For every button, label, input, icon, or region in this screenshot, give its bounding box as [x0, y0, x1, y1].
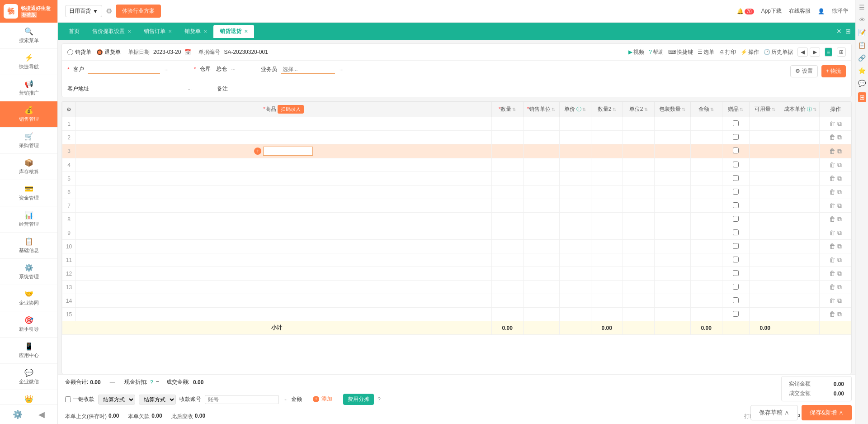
pkg-cell[interactable]: [654, 253, 690, 267]
amount-cell[interactable]: [690, 226, 722, 240]
available-cell[interactable]: [749, 172, 781, 186]
price-cell[interactable]: [559, 308, 591, 321]
gift-cell[interactable]: [722, 144, 749, 158]
qty2-cell[interactable]: [591, 240, 623, 253]
cost-cell[interactable]: [781, 308, 819, 321]
available-cell[interactable]: [749, 267, 781, 281]
goods-cell[interactable]: [76, 213, 492, 226]
cost-cell[interactable]: [781, 131, 819, 144]
operate-btn[interactable]: ⚡ 操作: [741, 48, 759, 56]
salesperson-select-btn[interactable]: ···: [340, 67, 344, 72]
cost-cell[interactable]: [781, 172, 819, 186]
sort-pkg-icon[interactable]: ⇅: [682, 107, 685, 112]
cost-cell[interactable]: [781, 144, 819, 158]
pkg-cell[interactable]: [654, 213, 690, 226]
pkg-cell[interactable]: [654, 131, 690, 144]
available-cell[interactable]: [749, 158, 781, 172]
gift-cell[interactable]: [722, 226, 749, 240]
unit-cell[interactable]: [523, 131, 559, 144]
sidebar-item-system[interactable]: ⚙️系统管理: [0, 259, 57, 285]
cost-cell[interactable]: [781, 199, 819, 213]
sidebar-item-guide[interactable]: 🎯新手引导: [0, 311, 57, 338]
sidebar-item-purchase[interactable]: 🛒采购管理: [0, 128, 57, 154]
copy-icon[interactable]: ⧉: [837, 270, 842, 277]
unit-cell[interactable]: [523, 281, 559, 294]
close-all-icon[interactable]: ✕: [836, 28, 842, 35]
copy-icon[interactable]: ⧉: [837, 215, 842, 223]
tab-sales-return[interactable]: 销货退货✕: [213, 25, 254, 38]
tab-close-price[interactable]: ✕: [127, 29, 131, 34]
salesperson-input[interactable]: [281, 65, 335, 74]
rs-icon-7[interactable]: 💬: [858, 80, 866, 87]
copy-icon[interactable]: ⧉: [837, 310, 842, 318]
sidebar-item-shortcut[interactable]: ⚡快捷导航: [0, 49, 57, 75]
unit2-cell[interactable]: [623, 240, 654, 253]
unit-cell[interactable]: [523, 186, 559, 199]
sidebar-item-marketing[interactable]: 📢营销推广: [0, 75, 57, 101]
gear-icon[interactable]: ⚙: [106, 7, 112, 15]
goods-cell[interactable]: [76, 186, 492, 199]
gift-cell[interactable]: [722, 131, 749, 144]
pkg-cell[interactable]: [654, 144, 690, 158]
amount-cell[interactable]: [690, 267, 722, 281]
unit-cell[interactable]: [523, 240, 559, 253]
copy-icon[interactable]: ⧉: [837, 148, 842, 155]
print-btn[interactable]: 🖨 打印: [719, 48, 736, 56]
copy-icon[interactable]: ⧉: [837, 175, 842, 182]
unit2-cell[interactable]: [623, 172, 654, 186]
goods-cell[interactable]: [76, 308, 492, 321]
notification-icon[interactable]: 🔔70: [737, 8, 754, 14]
copy-icon[interactable]: ⧉: [837, 229, 842, 237]
pkg-cell[interactable]: [654, 186, 690, 199]
online-service-link[interactable]: 在线客服: [789, 7, 811, 15]
delete-icon[interactable]: 🗑: [829, 229, 835, 237]
account-select-btn[interactable]: ···: [283, 397, 288, 402]
gift-cell[interactable]: [722, 267, 749, 281]
settings-bottom-icon[interactable]: ⚙️: [13, 410, 23, 419]
amount-cell[interactable]: [690, 144, 722, 158]
qty-cell[interactable]: [491, 199, 523, 213]
goods-cell[interactable]: [76, 267, 492, 281]
unit2-cell[interactable]: [623, 253, 654, 267]
price-cell[interactable]: [559, 281, 591, 294]
pkg-cell[interactable]: [654, 240, 690, 253]
available-cell[interactable]: [749, 213, 781, 226]
qty-cell[interactable]: [491, 158, 523, 172]
gift-cell[interactable]: [722, 117, 749, 131]
available-cell[interactable]: [749, 294, 781, 308]
sidebar-item-member[interactable]: 👑畅会员: [0, 390, 57, 405]
copy-icon[interactable]: ⧉: [837, 202, 842, 210]
amount-cell[interactable]: [690, 199, 722, 213]
unit-cell[interactable]: [523, 308, 559, 321]
tab-close-sales[interactable]: ✕: [203, 29, 207, 34]
gift-cell[interactable]: [722, 294, 749, 308]
module-select[interactable]: 日用百货 ▼: [65, 5, 102, 17]
rs-icon-4[interactable]: 📋: [858, 42, 866, 49]
copy-icon[interactable]: ⧉: [837, 256, 842, 264]
account-input[interactable]: [205, 395, 279, 404]
copy-icon[interactable]: ⧉: [837, 243, 842, 250]
cost-cell[interactable]: [781, 117, 819, 131]
unit2-cell[interactable]: [623, 131, 654, 144]
delete-icon[interactable]: 🗑: [829, 270, 835, 277]
unit-cell[interactable]: [523, 253, 559, 267]
amount-cell[interactable]: [690, 240, 722, 253]
remark-input[interactable]: [231, 85, 367, 93]
available-cell[interactable]: [749, 117, 781, 131]
sort-gift-icon[interactable]: ⇅: [740, 107, 743, 112]
qty2-cell[interactable]: [591, 199, 623, 213]
view-toggle-list[interactable]: ≡: [825, 48, 832, 57]
goods-cell[interactable]: [76, 253, 492, 267]
qty2-cell[interactable]: [591, 281, 623, 294]
price-cell[interactable]: [559, 213, 591, 226]
qty2-cell[interactable]: [591, 253, 623, 267]
qty-cell[interactable]: [491, 117, 523, 131]
price-cell[interactable]: [559, 131, 591, 144]
pkg-cell[interactable]: [654, 294, 690, 308]
goods-cell[interactable]: [76, 240, 492, 253]
goods-cell[interactable]: [76, 294, 492, 308]
price-cell[interactable]: [559, 199, 591, 213]
pkg-cell[interactable]: [654, 281, 690, 294]
setting-btn[interactable]: ⚙ 设置: [790, 65, 817, 77]
gift-cell[interactable]: [722, 213, 749, 226]
